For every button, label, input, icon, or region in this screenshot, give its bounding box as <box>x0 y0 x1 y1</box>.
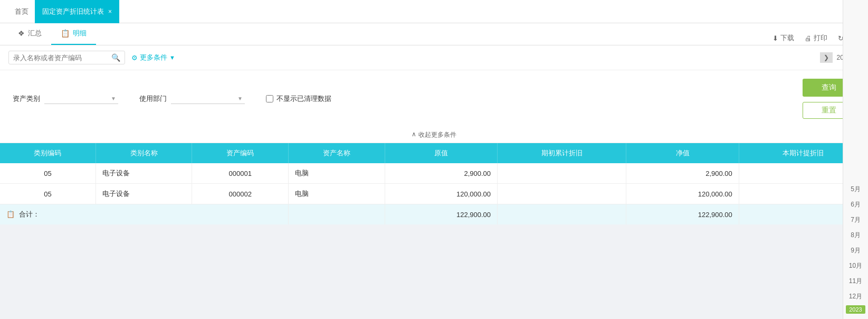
total-label: 合计： <box>19 210 40 218</box>
tab-label: 固定资产折旧统计表 <box>42 7 104 16</box>
cell-net: 2,900.00 <box>626 163 739 184</box>
date-panel-arrow[interactable]: ❯ <box>820 52 833 63</box>
sidebar-month-item[interactable]: 5月 <box>843 182 868 197</box>
category-caret-icon: ▼ <box>111 96 116 101</box>
filter-row: 资产类别 ▼ 使用部门 ▼ 不显示已清理数据 查询 重置 <box>13 79 855 119</box>
department-field: 使用部门 ▼ <box>139 93 245 104</box>
no-cleared-checkbox[interactable] <box>266 95 273 102</box>
cell-category-code: 05 <box>0 163 96 184</box>
sidebar-month-item[interactable]: 7月 <box>843 212 868 224</box>
home-nav-item[interactable]: 首页 <box>8 7 35 16</box>
cell-accumulated <box>498 184 626 204</box>
tab-summary-label: 汇总 <box>28 29 42 38</box>
total-accumulated <box>498 204 626 225</box>
col-original-value: 原值 <box>385 143 498 163</box>
asset-category-value <box>46 95 109 102</box>
total-net: 122,900.00 <box>626 204 739 225</box>
advanced-filter: 资产类别 ▼ 使用部门 ▼ 不显示已清理数据 查询 重置 ∧ 收起更多条件 <box>0 70 868 143</box>
sidebar-month-item[interactable]: 6月 <box>843 197 868 212</box>
print-label: 打印 <box>814 33 827 43</box>
cell-asset-code: 000001 <box>192 163 289 184</box>
table-row: 05 电子设备 000002 电脑 120,000.00 120,000.00 <box>0 184 868 204</box>
no-cleared-label: 不显示已清理数据 <box>276 94 331 104</box>
cell-category-name: 电子设备 <box>96 184 192 204</box>
cell-accumulated <box>498 163 626 184</box>
col-asset-code: 资产编码 <box>192 143 289 163</box>
table-header-row: 类别编码 类别名称 资产编码 资产名称 原值 期初累计折旧 净值 本期计提折旧 <box>0 143 868 163</box>
department-value <box>173 95 235 102</box>
data-table-wrap: 类别编码 类别名称 资产编码 资产名称 原值 期初累计折旧 净值 本期计提折旧 … <box>0 143 868 224</box>
top-nav: 首页 固定资产折旧统计表 × × <box>0 0 868 23</box>
table-row: 05 电子设备 000001 电脑 2,900.00 2,900.00 <box>0 163 868 184</box>
cell-asset-name: 电脑 <box>288 163 385 184</box>
date-sidebar: 5月6月7月8月9月10月11月12月 2023 <box>843 0 868 224</box>
sub-tabs-bar: ❖ 汇总 📋 明细 ⬇ 下载 🖨 打印 ↻ 刷新 <box>0 23 868 45</box>
collapse-label: 收起更多条件 <box>418 130 456 139</box>
department-label: 使用部门 <box>139 94 167 104</box>
asset-category-select[interactable]: ▼ <box>44 93 118 104</box>
active-tab[interactable]: 固定资产折旧统计表 × <box>35 0 119 23</box>
data-table: 类别编码 类别名称 资产编码 资产名称 原值 期初累计折旧 净值 本期计提折旧 … <box>0 143 868 224</box>
col-category-code: 类别编码 <box>0 143 96 163</box>
cell-category-name: 电子设备 <box>96 163 192 184</box>
tab-detail[interactable]: 📋 明细 <box>51 23 96 45</box>
more-conditions-label: 更多条件 <box>140 53 167 62</box>
cell-asset-name: 电脑 <box>288 184 385 204</box>
detail-icon: 📋 <box>61 29 70 37</box>
col-net-value: 净值 <box>626 143 739 163</box>
print-icon: 🖨 <box>805 34 812 42</box>
cell-net: 120,000.00 <box>626 184 739 204</box>
more-conditions-button[interactable]: ⚙ 更多条件 ▼ <box>131 53 175 62</box>
cell-original: 120,000.00 <box>385 184 498 204</box>
table-footer-row: 📋 合计： 122,900.00 122,900.00 <box>0 204 868 225</box>
filter-icon: ⚙ <box>131 54 138 62</box>
cell-original: 2,900.00 <box>385 163 498 184</box>
download-label: 下载 <box>780 33 794 43</box>
chevron-up-icon: ∧ <box>412 130 416 139</box>
collapse-button[interactable]: ∧ 收起更多条件 <box>13 127 855 143</box>
search-icon[interactable]: 🔍 <box>111 53 120 62</box>
tab-summary[interactable]: ❖ 汇总 <box>8 23 51 45</box>
no-cleared-field[interactable]: 不显示已清理数据 <box>266 94 331 104</box>
total-original: 122,900.00 <box>385 204 498 225</box>
tab-close-icon[interactable]: × <box>108 8 112 15</box>
asset-category-field: 资产类别 ▼ <box>13 93 118 104</box>
print-button[interactable]: 🖨 打印 <box>805 33 827 43</box>
search-input-wrap[interactable]: 🔍 <box>8 51 125 64</box>
department-caret-icon: ▼ <box>237 96 243 101</box>
search-input[interactable] <box>13 54 108 62</box>
month-list: 5月6月7月8月9月10月11月12月 <box>843 182 868 224</box>
cell-asset-code: 000002 <box>192 184 289 204</box>
col-accumulated-depreciation: 期初累计折旧 <box>498 143 626 163</box>
total-label-cell: 📋 合计： <box>0 204 288 225</box>
cell-category-code: 05 <box>0 184 96 204</box>
download-icon: ⬇ <box>772 34 778 42</box>
filter-bar: 🔍 ⚙ 更多条件 ▼ ❯ 2023.01 <box>0 45 868 70</box>
total-asset-name <box>288 204 385 225</box>
col-asset-name: 资产名称 <box>288 143 385 163</box>
chevron-down-icon: ▼ <box>169 54 175 61</box>
download-button[interactable]: ⬇ 下载 <box>772 33 794 43</box>
col-category-name: 类别名称 <box>96 143 192 163</box>
summary-icon: ❖ <box>18 29 25 37</box>
tab-detail-label: 明细 <box>73 29 87 38</box>
department-select[interactable]: ▼ <box>171 93 245 104</box>
asset-category-label: 资产类别 <box>13 94 40 104</box>
